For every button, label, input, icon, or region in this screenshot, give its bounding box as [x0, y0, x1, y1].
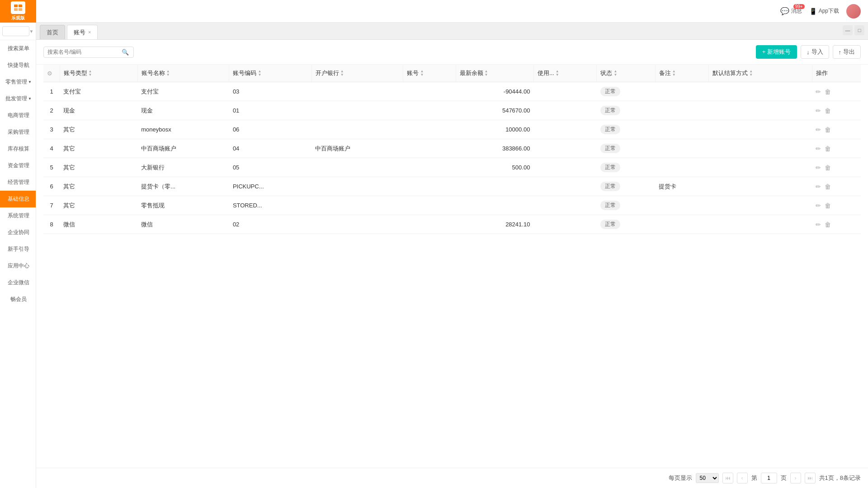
edit-icon[interactable]: ✏ [816, 126, 821, 133]
delete-icon[interactable]: 🗑 [825, 126, 831, 133]
edit-icon[interactable]: ✏ [816, 88, 821, 95]
table-row: 8 微信 微信 02 28241.10 正常 ✏ 🗑 [43, 215, 861, 234]
sidebar-item-basic-info[interactable]: 基础信息 [0, 191, 36, 207]
settings-icon[interactable]: ⚙ [47, 70, 52, 77]
message-button[interactable]: 💬 消息 99+ [780, 7, 802, 15]
sidebar-search-box[interactable]: ▼ [0, 23, 36, 40]
edit-icon[interactable]: ✏ [816, 202, 821, 209]
edit-icon[interactable]: ✏ [816, 107, 821, 114]
sidebar-item-retail[interactable]: 零售管理 ▼ [0, 74, 36, 90]
td-bank [311, 196, 403, 215]
chevron-down-icon: ▼ [29, 29, 34, 34]
top-header: 💬 消息 99+ 📱 App下载 [36, 0, 868, 23]
prev-page-button[interactable]: ‹ [737, 473, 748, 483]
tab-window-controls: — □ [843, 25, 864, 35]
th-status[interactable]: 状态 ▲▼ [597, 65, 655, 82]
page-number-input[interactable] [761, 473, 777, 483]
delete-icon[interactable]: 🗑 [825, 107, 831, 114]
td-status: 正常 [597, 120, 655, 139]
td-account [403, 177, 456, 196]
td-code: 03 [229, 82, 311, 101]
action-icons: ✏ 🗑 [816, 221, 857, 228]
tab-account[interactable]: 账号 × [67, 25, 98, 39]
th-remark-label: 备注 [659, 69, 671, 77]
table-body: 1 支付宝 支付宝 03 -90444.00 正常 ✏ 🗑 2 现金 现金 01 [43, 82, 861, 234]
sidebar-item-quick-nav[interactable]: 快捷导航 [0, 57, 36, 74]
sidebar-item-cooperation[interactable]: 企业协同 [0, 224, 36, 241]
sort-arrows-usage[interactable]: ▲▼ [556, 70, 559, 77]
tab-maximize-button[interactable]: □ [854, 25, 864, 35]
sort-arrows-settle[interactable]: ▲▼ [749, 70, 753, 77]
td-bank [311, 215, 403, 234]
sidebar-item-finance[interactable]: 资金管理 [0, 157, 36, 174]
delete-icon[interactable]: 🗑 [825, 221, 831, 228]
th-type[interactable]: 账号类型 ▲▼ [60, 65, 137, 82]
td-balance: 383866.00 [456, 139, 533, 158]
add-account-button[interactable]: + 新增账号 [756, 45, 797, 59]
td-balance: 10000.00 [456, 120, 533, 139]
th-name[interactable]: 账号名称 ▲▼ [137, 65, 229, 82]
sort-arrows-bank[interactable]: ▲▼ [340, 70, 344, 77]
delete-icon[interactable]: 🗑 [825, 164, 831, 171]
edit-icon[interactable]: ✏ [816, 164, 821, 171]
first-page-button[interactable]: ⏮ [722, 473, 733, 483]
sidebar-item-system[interactable]: 系统管理 [0, 207, 36, 224]
tab-home[interactable]: 首页 [40, 25, 65, 39]
th-bank[interactable]: 开户银行 ▲▼ [311, 65, 403, 82]
sidebar-item-search-menu[interactable]: 搜索菜单 [0, 40, 36, 57]
td-usage [533, 177, 597, 196]
last-page-button[interactable]: ⏭ [805, 473, 816, 483]
th-code[interactable]: 账号编码 ▲▼ [229, 65, 311, 82]
svg-rect-0 [14, 5, 18, 7]
th-gear[interactable]: ⚙ [43, 65, 60, 82]
edit-icon[interactable]: ✏ [816, 183, 821, 190]
th-settle[interactable]: 默认结算方式 ▲▼ [709, 65, 812, 82]
td-type: 其它 [60, 177, 137, 196]
status-badge: 正常 [600, 87, 620, 96]
page-size-select[interactable]: 50 10 20 100 [696, 473, 719, 483]
sidebar-search-input[interactable] [2, 26, 29, 36]
sort-arrows-code[interactable]: ▲▼ [258, 70, 261, 77]
th-balance[interactable]: 最新余额 ▲▼ [456, 65, 533, 82]
th-account[interactable]: 账号 ▲▼ [403, 65, 456, 82]
edit-icon[interactable]: ✏ [816, 145, 821, 152]
sidebar-item-inventory[interactable]: 库存核算 [0, 141, 36, 157]
sidebar-item-ecommerce[interactable]: 电商管理 [0, 107, 36, 124]
th-remark[interactable]: 备注 ▲▼ [655, 65, 709, 82]
delete-icon[interactable]: 🗑 [825, 145, 831, 152]
th-usage[interactable]: 使用... ▲▼ [533, 65, 597, 82]
sort-arrows-name[interactable]: ▲▼ [166, 70, 170, 77]
delete-icon[interactable]: 🗑 [825, 88, 831, 95]
sidebar-item-operations[interactable]: 经营管理 [0, 174, 36, 191]
search-input[interactable] [47, 49, 120, 55]
sort-arrows-type[interactable]: ▲▼ [89, 70, 92, 77]
sidebar-item-guide[interactable]: 新手引导 [0, 241, 36, 258]
td-settle [709, 139, 812, 158]
sidebar-item-purchase[interactable]: 采购管理 [0, 124, 36, 141]
edit-icon[interactable]: ✏ [816, 221, 821, 228]
import-button[interactable]: ↓ 导入 [801, 45, 829, 59]
td-bank [311, 120, 403, 139]
tab-close-icon[interactable]: × [88, 30, 91, 35]
delete-icon[interactable]: 🗑 [825, 183, 831, 190]
user-avatar[interactable] [846, 4, 861, 19]
td-id: 1 [43, 82, 60, 101]
tab-minimize-button[interactable]: — [843, 25, 853, 35]
td-usage [533, 139, 597, 158]
next-page-button[interactable]: › [790, 473, 801, 483]
sort-arrows-account[interactable]: ▲▼ [420, 70, 424, 77]
sort-arrows-status[interactable]: ▲▼ [613, 70, 617, 77]
export-button[interactable]: ↑ 导出 [833, 45, 861, 59]
td-usage [533, 101, 597, 120]
search-icon[interactable]: 🔍 [122, 49, 129, 56]
sort-arrows-remark[interactable]: ▲▼ [672, 70, 676, 77]
status-badge: 正常 [600, 220, 620, 229]
sidebar-item-member[interactable]: 畅会员 [0, 291, 36, 308]
delete-icon[interactable]: 🗑 [825, 202, 831, 209]
app-download-button[interactable]: 📱 App下载 [809, 7, 839, 15]
sidebar-item-app-center[interactable]: 应用中心 [0, 258, 36, 274]
sidebar-item-wholesale[interactable]: 批发管理 ▼ [0, 90, 36, 107]
sort-arrows-balance[interactable]: ▲▼ [485, 70, 488, 77]
search-box[interactable]: 🔍 [43, 47, 134, 58]
sidebar-item-enterprise-wechat[interactable]: 企业微信 [0, 274, 36, 291]
